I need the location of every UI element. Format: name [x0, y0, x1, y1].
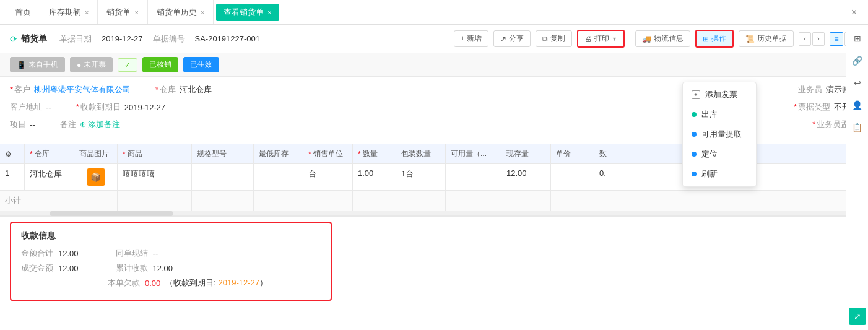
same-order-field: 同单现结 --	[116, 248, 158, 259]
print-button[interactable]: 🖨 打印 ▼	[577, 30, 625, 48]
horizontal-scrollbar[interactable]	[0, 211, 868, 216]
tab-view-close[interactable]: ×	[267, 9, 271, 16]
available-qty-item[interactable]: 可用量提取	[683, 124, 756, 144]
tab-home[interactable]: 首页	[6, 0, 40, 24]
share-icon: ↗	[500, 35, 506, 43]
logistics-icon: 🚚	[642, 35, 651, 43]
copy-button[interactable]: ⧉ 复制	[536, 30, 572, 47]
operation-button[interactable]: ⊞ 操作	[695, 30, 734, 48]
warehouse-value: 河北仓库	[180, 84, 212, 95]
note-field: 备注 ⊕ 添加备注	[60, 119, 121, 130]
no-label: 单据编号	[153, 33, 185, 45]
col-qty: *数量	[353, 144, 396, 163]
operation-icon: ⊞	[703, 35, 709, 43]
cumulative-label: 累计收款	[116, 263, 148, 274]
window-close-button[interactable]: ×	[846, 7, 862, 18]
col-price: 单价	[551, 144, 594, 163]
payment-date-value: 2019-12-27	[124, 103, 166, 112]
total-value: 12.00	[58, 249, 79, 258]
refresh-item[interactable]: 刷新	[683, 164, 756, 184]
sidebar-expand-icon[interactable]: ⤢	[849, 308, 866, 325]
row-image: 📦	[74, 164, 118, 190]
salesperson-label: 业务员	[798, 84, 822, 95]
toolbar: + 新增 ↗ 分享 ⧉ 复制 🖨 打印 ▼ 🚚 物流信息	[454, 30, 858, 48]
refresh-dot	[692, 172, 697, 176]
from-phone-button[interactable]: 📱 来自手机	[10, 57, 65, 72]
total-field: 金额合计 12.00	[21, 248, 79, 259]
next-button[interactable]: ›	[812, 32, 825, 46]
tab-bar: 首页 库存期初 × 销货单 × 销货单历史 × 查看销货单 × ×	[0, 0, 868, 25]
cumulative-value: 12.00	[153, 264, 173, 273]
row-unit: 台	[303, 164, 353, 190]
project-field: 项目 --	[10, 119, 35, 130]
print-icon: 🖨	[584, 35, 592, 43]
transaction-label: 成交金额	[21, 263, 53, 274]
row-min-stock	[254, 164, 303, 190]
address-value: --	[46, 103, 51, 112]
add-invoice-item[interactable]: + 添加发票	[683, 85, 756, 105]
col-stock: 现存量	[501, 144, 551, 163]
ticket-type-label: 票据类型	[794, 102, 830, 113]
col-available: 可用量（...	[446, 144, 501, 163]
tab-inventory-close[interactable]: ×	[85, 9, 89, 16]
share-button[interactable]: ↗ 分享	[493, 30, 531, 47]
warehouse-field: 仓库 河北仓库	[155, 84, 212, 95]
tab-sales-order[interactable]: 销货单 ×	[98, 0, 147, 24]
tab-view-sales[interactable]: 查看销货单 ×	[216, 4, 279, 21]
col-spec: 规格型号	[192, 144, 254, 163]
list-view-button[interactable]: ≡	[830, 32, 843, 46]
tab-view-label: 查看销货单	[224, 7, 264, 18]
available-qty-dot	[692, 132, 697, 137]
logistics-button[interactable]: 🚚 物流信息	[635, 30, 690, 47]
col-pack: 包装数量	[396, 144, 446, 163]
owe-value: 0.00	[145, 279, 160, 288]
history-button[interactable]: 📜 历史单据	[739, 30, 794, 47]
row-product: 嘻嘻嘻嘻	[118, 164, 192, 190]
date-value: 2019-12-27	[102, 34, 143, 43]
prev-button[interactable]: ‹	[799, 32, 811, 46]
col-warehouse: *仓库	[25, 144, 74, 163]
address-field: 客户地址 --	[10, 102, 51, 113]
sidebar-table-icon[interactable]: ⊞	[849, 30, 866, 47]
confirm-icon-area: ✓	[118, 58, 137, 72]
not-open-button[interactable]: ● 未开票	[70, 57, 113, 72]
locate-dot	[692, 152, 697, 157]
add-invoice-label: 添加发票	[705, 89, 737, 100]
effective-button[interactable]: 已生效	[183, 57, 219, 72]
tab-sales-close[interactable]: ×	[134, 9, 138, 16]
outbound-item[interactable]: 出库	[683, 105, 756, 124]
row-price	[551, 164, 594, 190]
confirmed-button[interactable]: 已核销	[142, 57, 178, 72]
payment-title: 收款信息	[21, 230, 321, 241]
table-subtotal: 小计	[0, 191, 868, 211]
tab-sales-label: 销货单	[106, 7, 131, 18]
ticket-icon: ●	[77, 61, 81, 69]
new-button[interactable]: + 新增	[454, 30, 488, 47]
col-min-stock: 最低库存	[254, 144, 303, 163]
operation-dropdown: + 添加发票 出库 可用量提取 定位 刷新	[682, 82, 757, 187]
owe-note: （收款到期日: 2019-12-27）	[165, 277, 267, 289]
scroll-thumb[interactable]	[50, 211, 173, 216]
sidebar-return-icon[interactable]: ↩	[849, 74, 866, 92]
customer-value[interactable]: 柳州粤港平安气体有限公司	[34, 84, 131, 95]
note-add-btn[interactable]: ⊕ 添加备注	[80, 119, 121, 130]
same-order-value: --	[153, 249, 158, 258]
locate-item[interactable]: 定位	[683, 144, 756, 164]
total-label: 金额合计	[21, 248, 53, 259]
tab-history-label: 销货单历史	[157, 7, 197, 18]
doc-title: 销货单	[21, 33, 47, 45]
address-label: 客户地址	[10, 102, 42, 113]
doc-header: ⟳ 销货单 单据日期 2019-12-27 单据编号 SA-20191227-0…	[0, 25, 868, 53]
sidebar-doc-icon[interactable]: 📋	[849, 119, 866, 136]
col-settings[interactable]: ⚙	[0, 144, 25, 163]
print-arrow: ▼	[612, 36, 617, 42]
sidebar-link-icon[interactable]: 🔗	[849, 52, 866, 69]
tab-sales-history[interactable]: 销货单历史 ×	[148, 0, 214, 24]
col-product: *商品	[118, 144, 192, 163]
tab-inventory-init[interactable]: 库存期初 ×	[40, 0, 98, 24]
payment-date-field: 收款到期日 2019-12-27	[76, 102, 166, 113]
right-sidebar: ⊞ 🔗 ↩ 👤 📋 ⤢	[846, 25, 868, 330]
doc-meta: 单据日期 2019-12-27 单据编号 SA-20191227-001	[59, 33, 260, 45]
tab-history-close[interactable]: ×	[201, 9, 204, 16]
sidebar-user-icon[interactable]: 👤	[849, 97, 866, 114]
